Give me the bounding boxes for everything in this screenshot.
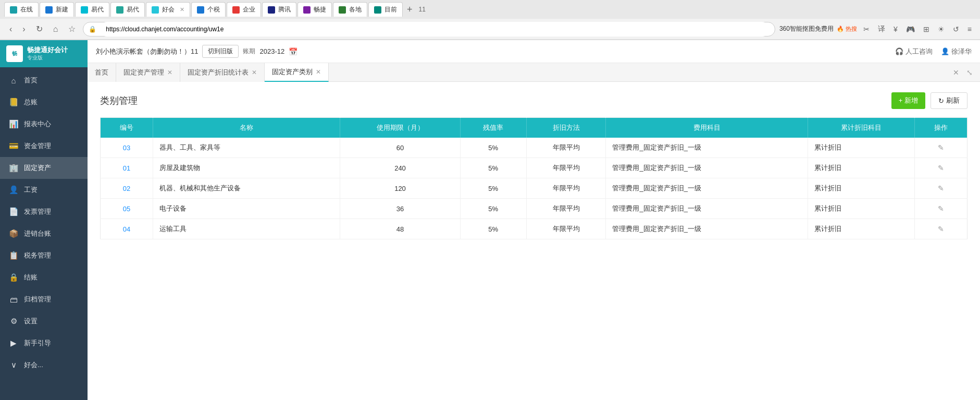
row-code[interactable]: 03 <box>123 144 130 152</box>
table-header: 编号 名称 使用期限（月） 残值率 折旧方法 费用科目 累计折旧科目 操作 <box>101 118 967 138</box>
page-tab-fixed-asset-mgmt[interactable]: 固定资产管理 ✕ <box>116 63 180 82</box>
menu-icon[interactable]: ≡ <box>965 24 974 34</box>
row-method: 年限平均 <box>526 158 606 178</box>
sidebar-header: 畅 畅捷通好会计 专业版 <box>0 40 88 67</box>
browser-tab-new[interactable]: 新建 <box>40 2 74 17</box>
col-header-action: 操作 <box>914 118 967 138</box>
browser-tab-haohui[interactable]: 好会 ✕ <box>146 2 190 17</box>
table-row: 03 器具、工具、家具等 60 5% 年限平均 管理费用_固定资产折旧_一级 累… <box>101 138 967 158</box>
sidebar-item-funds[interactable]: 💳 资金管理 <box>0 135 88 157</box>
row-period: 36 <box>340 199 460 219</box>
edit-button[interactable]: ✎ <box>938 204 944 213</box>
grid-icon[interactable]: ⊞ <box>921 24 932 34</box>
row-code[interactable]: 05 <box>123 205 130 213</box>
main-content: 刘小艳演示帐套（勿删勿动！）11 切到旧版 账期 2023-12 📅 🎧 人工咨… <box>88 40 980 400</box>
address-input[interactable] <box>100 22 770 37</box>
browser-tab-online[interactable]: 在线 <box>4 2 39 17</box>
sidebar-item-payroll[interactable]: 👤 工资 <box>0 179 88 201</box>
row-expense: 管理费用_固定资产折旧_一级 <box>606 158 808 178</box>
content-area: 类别管理 + 新增 ↻ 刷新 编号 名称 使用期限（月） 残值率 <box>88 82 980 400</box>
sidebar-logo: 畅 <box>6 45 23 62</box>
sidebar-item-guide[interactable]: ▶ 新手引导 <box>0 332 88 354</box>
page-tab-label: 固定资产管理 <box>123 68 164 77</box>
home-button[interactable]: ⌂ <box>50 23 61 35</box>
row-accumulated: 累计折旧 <box>808 138 914 158</box>
sidebar-item-label: 好会... <box>24 360 43 370</box>
new-tab-button[interactable]: + <box>404 4 416 15</box>
brightness-icon[interactable]: ☀ <box>936 24 947 34</box>
reload-button[interactable]: ↻ <box>33 23 46 35</box>
tab-label: 目前 <box>384 5 397 14</box>
page-tab-close-depreciation-table[interactable]: ✕ <box>252 69 257 76</box>
sidebar-item-more[interactable]: ∨ 好会... <box>0 354 88 376</box>
sidebar-item-archive[interactable]: 🗃 归档管理 <box>0 288 88 310</box>
tax-icon: 📋 <box>8 251 19 260</box>
edit-button[interactable]: ✎ <box>938 164 944 172</box>
browser-chrome: 在线 新建 易代 易代 好会 ✕ 个税 企业 腾讯 <box>0 0 980 40</box>
help-button[interactable]: 🎧 人工咨询 <box>895 47 933 56</box>
game-icon[interactable]: 🎮 <box>904 24 917 34</box>
calendar-icon[interactable]: 📅 <box>289 47 297 56</box>
table-header-row: 编号 名称 使用期限（月） 残值率 折旧方法 费用科目 累计折旧科目 操作 <box>101 118 967 138</box>
page-tab-close-fixed-asset-mgmt[interactable]: ✕ <box>167 69 172 76</box>
forward-button[interactable]: › <box>19 23 28 35</box>
bookmark-button[interactable]: ☆ <box>65 23 79 35</box>
tab-label: 好会 <box>162 5 175 14</box>
sidebar-nav: ⌂ 首页 📒 总账 📊 报表中心 💳 资金管理 🏢 固定资产 👤 工资 <box>0 67 88 400</box>
tab-label: 在线 <box>20 5 33 14</box>
edit-button[interactable]: ✎ <box>938 184 944 192</box>
page-tab-close-asset-category[interactable]: ✕ <box>316 68 321 76</box>
browser-tab-changjie[interactable]: 畅捷 <box>297 2 332 17</box>
table-row: 04 运输工具 48 5% 年限平均 管理费用_固定资产折旧_一级 累计折旧 ✎ <box>101 219 967 239</box>
row-code[interactable]: 04 <box>123 225 130 233</box>
switch-version-button[interactable]: 切到旧版 <box>202 45 239 58</box>
sidebar-item-ledger[interactable]: 📒 总账 <box>0 91 88 113</box>
hot-tag[interactable]: 🔥 热搜 <box>837 25 857 33</box>
sidebar-item-label: 资金管理 <box>24 141 51 151</box>
row-accumulated: 累计折旧 <box>808 158 914 178</box>
add-button[interactable]: + 新增 <box>891 92 925 109</box>
sidebar-item-label: 总账 <box>24 98 38 107</box>
browser-tab-yidai1[interactable]: 易代 <box>75 2 109 17</box>
toolbar-icons: ✂ 译 ¥ 🎮 ⊞ ☀ ↺ ≡ <box>861 23 974 35</box>
sidebar-item-reports[interactable]: 📊 报表中心 <box>0 113 88 135</box>
edit-button[interactable]: ✎ <box>938 143 944 152</box>
sidebar-item-home[interactable]: ⌂ 首页 <box>0 69 88 91</box>
browser-tab-yidai2[interactable]: 易代 <box>110 2 145 17</box>
wallet-icon[interactable]: ¥ <box>891 24 900 34</box>
page-title-bar: 类别管理 + 新增 ↻ 刷新 <box>100 92 967 109</box>
browser-tab-geshui[interactable]: 个税 <box>191 2 226 17</box>
page-tab-depreciation-table[interactable]: 固定资产折旧统计表 ✕ <box>180 63 265 82</box>
sidebar-item-label: 税务管理 <box>24 251 51 260</box>
tab-close-haohui[interactable]: ✕ <box>180 6 184 13</box>
page-tab-home[interactable]: 首页 <box>88 63 116 82</box>
browser-tab-gedi[interactable]: 各地 <box>333 2 367 17</box>
refresh-button[interactable]: ↻ 刷新 <box>931 92 967 109</box>
row-code[interactable]: 02 <box>123 185 130 192</box>
user-button[interactable]: 👤 徐泽华 <box>941 47 972 56</box>
browser-tab-tencent[interactable]: 腾讯 <box>262 2 296 17</box>
sidebar-item-settings[interactable]: ⚙ 设置 <box>0 310 88 332</box>
sidebar-item-closing[interactable]: 🔒 结账 <box>0 266 88 288</box>
maximize-panel-button[interactable]: ⤡ <box>963 67 976 78</box>
col-header-residual: 残值率 <box>460 118 526 138</box>
close-panel-button[interactable]: ✕ <box>950 67 962 78</box>
sidebar-item-label: 进销台账 <box>24 229 51 238</box>
undo-icon[interactable]: ↺ <box>951 24 961 34</box>
translate-icon[interactable]: 译 <box>876 23 887 35</box>
browser-tab-qiye[interactable]: 企业 <box>227 2 261 17</box>
cut-icon[interactable]: ✂ <box>861 24 872 34</box>
refresh-icon: ↻ <box>938 97 944 105</box>
sidebar-item-fixed-assets[interactable]: 🏢 固定资产 <box>0 157 88 179</box>
period-value: 2023-12 <box>259 47 284 55</box>
edit-button[interactable]: ✎ <box>938 225 944 233</box>
row-residual: 5% <box>460 219 526 239</box>
sidebar-item-tax[interactable]: 📋 税务管理 <box>0 245 88 266</box>
sidebar-item-invoice[interactable]: 📄 发票管理 <box>0 201 88 223</box>
page-tab-asset-category[interactable]: 固定资产类别 ✕ <box>265 63 329 82</box>
browser-tab-muqian[interactable]: 目前 <box>368 2 403 17</box>
sidebar-item-inventory[interactable]: 📦 进销台账 <box>0 223 88 245</box>
table-row: 05 电子设备 36 5% 年限平均 管理费用_固定资产折旧_一级 累计折旧 ✎ <box>101 199 967 219</box>
row-code[interactable]: 01 <box>123 164 130 172</box>
back-button[interactable]: ‹ <box>6 23 15 35</box>
